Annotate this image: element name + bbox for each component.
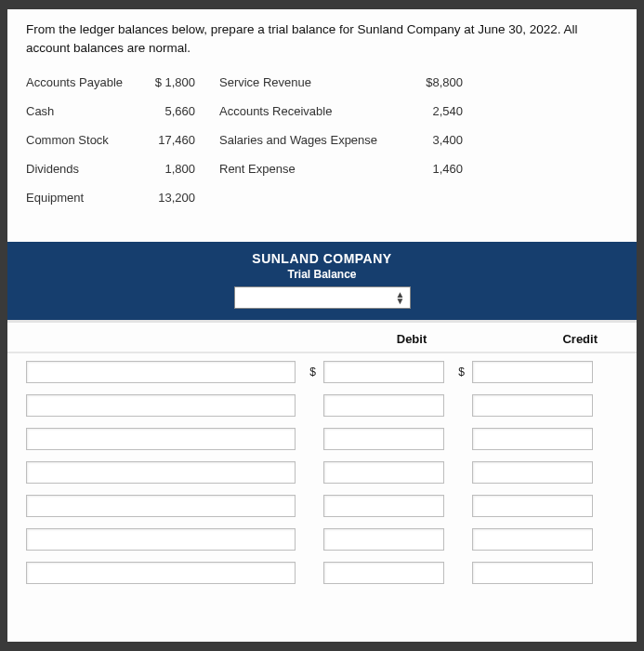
company-name: SUNLAND COMPANY <box>7 251 637 266</box>
account-name-input[interactable] <box>26 495 296 517</box>
account-name-input[interactable] <box>26 562 296 584</box>
ledger-account-amount: 13,200 <box>147 191 212 205</box>
report-title: Trial Balance <box>7 268 637 281</box>
ledger-account-label: Common Stock <box>26 133 147 147</box>
ledger-account-label: Rent Expense <box>212 162 398 176</box>
divider <box>7 352 637 353</box>
account-name-input[interactable] <box>26 428 296 450</box>
account-name-input[interactable] <box>26 394 296 417</box>
account-name-input[interactable] <box>26 461 296 484</box>
entry-row <box>26 562 618 584</box>
ledger-account-amount: 1,800 <box>147 162 212 176</box>
debit-input[interactable] <box>323 361 444 383</box>
ledger-account-label: Equipment <box>26 191 147 205</box>
worksheet-paper: From the ledger balances below, prepare … <box>7 9 637 642</box>
credit-input[interactable] <box>472 361 593 383</box>
credit-input[interactable] <box>472 495 593 517</box>
entry-rows: $$ <box>26 361 618 584</box>
debit-input[interactable] <box>323 428 444 450</box>
debit-input[interactable] <box>323 528 444 551</box>
question-text: From the ledger balances below, prepare … <box>26 20 618 57</box>
ledger-account-amount: 2,540 <box>398 104 463 118</box>
entry-row <box>26 428 618 450</box>
entry-row <box>26 461 618 484</box>
date-select[interactable]: ▲▼ <box>234 286 411 309</box>
entry-row: $$ <box>26 361 618 383</box>
debit-input[interactable] <box>323 461 444 484</box>
header-credit: Credit <box>481 332 618 346</box>
dollar-sign: $ <box>450 365 467 379</box>
credit-input[interactable] <box>472 394 593 417</box>
ledger-account-amount: $8,800 <box>398 75 463 89</box>
dollar-sign: $ <box>301 365 318 379</box>
ledger-account-label: Accounts Payable <box>26 75 147 89</box>
debit-input[interactable] <box>323 394 444 417</box>
ledger-account-amount <box>398 191 463 205</box>
trial-balance-header: SUNLAND COMPANY Trial Balance ▲▼ <box>7 242 637 320</box>
ledger-account-amount: 5,660 <box>147 104 212 118</box>
ledger-account-label: Dividends <box>26 162 147 176</box>
ledger-account-label: Salaries and Wages Expense <box>212 133 398 147</box>
ledger-account-amount: 3,400 <box>398 133 463 147</box>
ledger-balances-grid: Accounts Payable$ 1,800Service Revenue$8… <box>26 75 618 205</box>
credit-input[interactable] <box>472 528 593 551</box>
ledger-account-label: Service Revenue <box>212 75 398 89</box>
ledger-account-amount: $ 1,800 <box>147 75 212 89</box>
ledger-account-amount: 1,460 <box>398 162 463 176</box>
entry-row <box>26 528 618 551</box>
debit-input[interactable] <box>323 495 444 517</box>
ledger-account-label: Accounts Receivable <box>212 104 398 118</box>
credit-input[interactable] <box>472 461 593 484</box>
ledger-account-amount: 17,460 <box>147 133 212 147</box>
credit-input[interactable] <box>472 428 593 450</box>
debit-input[interactable] <box>323 562 444 584</box>
ledger-account-label <box>212 191 398 205</box>
column-headers: Debit Credit <box>26 323 618 352</box>
select-arrows-icon: ▲▼ <box>396 291 404 304</box>
header-debit: Debit <box>342 332 481 346</box>
account-name-input[interactable] <box>26 528 296 551</box>
ledger-account-label: Cash <box>26 104 147 118</box>
entry-row <box>26 495 618 517</box>
credit-input[interactable] <box>472 562 593 584</box>
entry-row <box>26 394 618 417</box>
account-name-input[interactable] <box>26 361 296 383</box>
